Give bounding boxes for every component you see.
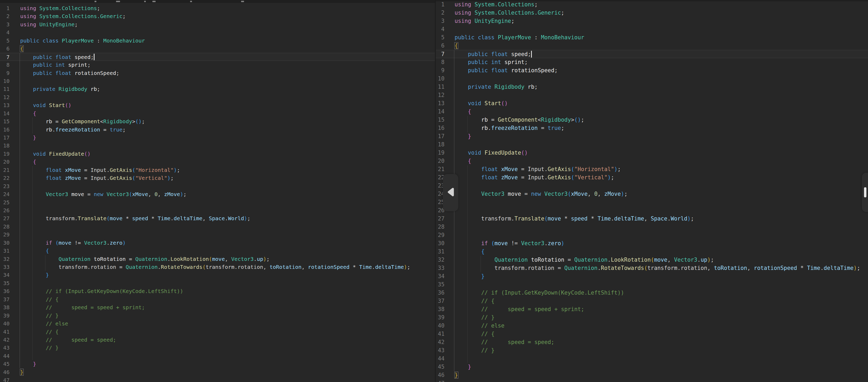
line-number[interactable]: 20 [0,158,9,166]
code-editor-pane-right[interactable]: 1using System.Collections;2using System.… [436,0,868,382]
line-number[interactable]: 21 [436,165,444,173]
line-number[interactable]: 5 [436,33,444,42]
code-line-40[interactable]: 40 // else [436,322,868,330]
code-line-5[interactable]: 5public class PlayerMove : MonoBehaviour [0,37,435,45]
line-number[interactable]: 42 [0,336,9,344]
line-number[interactable]: 17 [0,134,9,142]
line-number[interactable]: 35 [0,279,9,287]
collapse-left-pane-button[interactable] [443,174,458,211]
line-number[interactable]: 42 [436,338,444,346]
code-line-42[interactable]: 42 // speed = speed; [436,338,868,346]
line-number[interactable]: 34 [436,272,444,281]
code-line-4[interactable]: 4 [0,28,435,36]
code-line-40[interactable]: 40 // else [0,320,435,327]
code-line-10[interactable]: 10 [0,77,435,85]
code-line-17[interactable]: 17 } [436,132,868,141]
code-line-27[interactable]: 27 transform.Translate(move * speed * Ti… [436,215,868,223]
line-number[interactable]: 37 [436,297,444,305]
collapse-right-pane-button[interactable] [862,173,868,212]
line-number[interactable]: 16 [436,124,444,132]
code-line-31[interactable]: 31 { [436,247,868,256]
code-line-18[interactable]: 18 [436,141,868,149]
code-line-43[interactable]: 43 // } [0,344,435,352]
line-number[interactable]: 47 [436,379,444,382]
line-number[interactable]: 28 [436,223,444,231]
line-number[interactable]: 28 [0,223,9,231]
line-number[interactable]: 3 [436,17,444,25]
code-line-7[interactable]: 7 public float speed; [436,50,868,58]
code-line-16[interactable]: 16 rb.freezeRotation = true; [436,124,868,132]
code-line-21[interactable]: 21 float xMove = Input.GetAxis("Horizont… [436,165,868,173]
line-number[interactable]: 14 [436,108,444,116]
code-line-3[interactable]: 3using UnityEngine; [0,21,435,28]
line-number[interactable]: 22 [0,174,9,182]
line-number[interactable]: 32 [436,256,444,264]
code-line-18[interactable]: 18 [0,142,435,150]
line-number[interactable]: 6 [436,42,444,50]
code-line-14[interactable]: 14 { [0,110,435,117]
code-line-30[interactable]: 30 if (move != Vector3.zero) [436,239,868,247]
line-number[interactable]: 45 [0,360,9,368]
code-line-14[interactable]: 14 { [436,108,868,116]
line-number[interactable]: 36 [0,287,9,295]
code-line-11[interactable]: 11 private Rigidbody rb; [0,85,435,93]
code-line-43[interactable]: 43 // } [436,346,868,355]
code-line-8[interactable]: 8 public int sprint; [0,61,435,69]
line-number[interactable]: 13 [436,99,444,108]
code-line-13[interactable]: 13 void Start() [0,101,435,109]
code-line-6[interactable]: 6{ [436,42,868,50]
code-line-36[interactable]: 36 // if (Input.GetKeyDown(KeyCode.LeftS… [0,287,435,295]
code-line-13[interactable]: 13 void Start() [436,99,868,108]
code-line-11[interactable]: 11 private Rigidbody rb; [436,83,868,91]
line-number[interactable]: 41 [436,330,444,338]
line-number[interactable]: 16 [0,126,9,134]
code-line-45[interactable]: 45 } [436,363,868,371]
code-line-39[interactable]: 39 // } [436,314,868,322]
line-number[interactable]: 2 [0,12,9,20]
code-line-12[interactable]: 12 [436,91,868,99]
line-number[interactable]: 24 [0,190,9,198]
code-line-42[interactable]: 42 // speed = speed; [0,336,435,344]
line-number[interactable]: 29 [0,231,9,239]
line-number[interactable]: 45 [436,363,444,371]
line-number[interactable]: 2 [436,9,444,17]
line-number[interactable]: 26 [0,206,9,214]
code-line-1[interactable]: 1using System.Collections; [0,4,435,12]
line-number[interactable]: 19 [0,150,9,158]
code-line-29[interactable]: 29 [0,231,435,239]
line-number[interactable]: 44 [436,355,444,363]
code-line-12[interactable]: 12 [0,93,435,101]
line-number[interactable]: 4 [0,28,9,36]
line-number[interactable]: 33 [0,263,9,271]
code-line-19[interactable]: 19 void FixedUpdate() [436,149,868,157]
line-number[interactable]: 38 [436,305,444,314]
line-number[interactable]: 14 [0,110,9,117]
code-line-33[interactable]: 33 transform.rotation = Quaternion.Rotat… [436,264,868,272]
line-number[interactable]: 1 [436,1,444,9]
line-number[interactable]: 11 [436,83,444,91]
line-number[interactable]: 7 [436,50,444,58]
line-number[interactable]: 25 [0,199,9,206]
code-line-20[interactable]: 20 { [0,158,435,166]
line-number[interactable]: 35 [436,281,444,289]
line-number[interactable]: 10 [0,77,9,85]
line-number[interactable]: 46 [436,371,444,379]
code-line-28[interactable]: 28 [0,223,435,231]
code-line-23[interactable]: 23 [0,182,435,190]
line-number[interactable]: 6 [0,45,9,53]
line-number[interactable]: 3 [0,21,9,28]
code-line-26[interactable]: 26 [0,206,435,214]
line-number[interactable]: 21 [0,166,9,174]
line-number[interactable]: 38 [0,303,9,311]
line-number[interactable]: 15 [436,116,444,124]
line-number[interactable]: 12 [436,91,444,99]
line-number[interactable]: 44 [0,352,9,360]
code-line-32[interactable]: 32 Quaternion toRotation = Quaternion.Lo… [436,256,868,264]
code-line-47[interactable]: 47 [0,376,435,382]
code-line-17[interactable]: 17 } [0,134,435,142]
code-line-10[interactable]: 10 [436,75,868,83]
line-number[interactable]: 40 [436,322,444,330]
line-number[interactable]: 32 [0,255,9,263]
code-line-36[interactable]: 36 // if (Input.GetKeyDown(KeyCode.LeftS… [436,289,868,297]
line-number[interactable]: 36 [436,289,444,297]
